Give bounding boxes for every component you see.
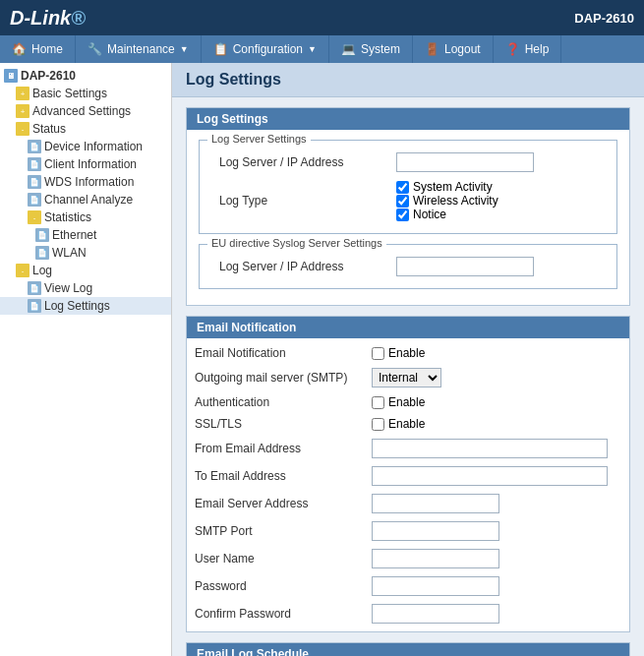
sidebar-item-device-information[interactable]: 📄 Device Information — [0, 138, 171, 155]
smtp-port-input[interactable] — [372, 521, 499, 541]
authentication-checkbox[interactable] — [372, 396, 384, 409]
page-icon: 📄 — [28, 281, 41, 295]
eu-server-ip-cell — [388, 253, 605, 280]
content-inner: Log Settings Log Server Settings Log Ser… — [172, 97, 644, 656]
confirm-password-input[interactable] — [372, 604, 499, 624]
email-fields-table: Email Notification Enable Outgoing mail … — [187, 342, 629, 627]
page-icon: 📄 — [28, 157, 41, 171]
device-model: DAP-2610 — [574, 11, 634, 26]
sidebar-item-label: Ethernet — [52, 228, 96, 242]
folder-icon: - — [16, 122, 29, 136]
page-icon: 📄 — [35, 246, 49, 260]
user-name-cell — [364, 545, 629, 572]
email-notification-option: Enable — [372, 346, 621, 360]
password-label: Password — [187, 572, 364, 600]
email-notification-checkbox[interactable] — [372, 347, 384, 360]
from-email-label: From Email Address — [187, 435, 364, 462]
authentication-label: Authentication — [187, 391, 364, 413]
confirm-password-label: Confirm Password — [187, 600, 364, 627]
smtp-row: Outgoing mail server (SMTP) Internal Ext… — [187, 364, 629, 391]
notice-checkbox[interactable] — [396, 209, 409, 221]
smtp-select[interactable]: Internal External — [372, 368, 441, 388]
notice-label: Notice — [413, 208, 446, 221]
sidebar-item-advanced-settings[interactable]: + Advanced Settings — [0, 102, 171, 120]
sidebar-item-log-settings[interactable]: 📄 Log Settings — [0, 297, 171, 315]
log-server-ip-input[interactable] — [396, 152, 534, 172]
page-title: Log Settings — [172, 63, 644, 97]
smtp-port-row: SMTP Port — [187, 517, 629, 545]
eu-server-table: Log Server / IP Address — [211, 253, 605, 280]
config-arrow: ▼ — [308, 44, 317, 54]
sidebar-item-label: Basic Settings — [32, 87, 107, 100]
folder-icon: - — [16, 264, 29, 277]
sidebar-item-channel-analyze[interactable]: 📄 Channel Analyze — [0, 191, 171, 209]
nav-maintenance[interactable]: 🔧 Maintenance ▼ — [76, 35, 202, 63]
ssltls-row: SSL/TLS Enable — [187, 413, 629, 435]
user-name-row: User Name — [187, 545, 629, 572]
ssltls-checkbox[interactable] — [372, 418, 384, 431]
from-email-cell — [364, 435, 629, 462]
user-name-input[interactable] — [372, 549, 499, 568]
email-server-input[interactable] — [372, 494, 499, 513]
sidebar: 🖥 DAP-2610 + Basic Settings + Advanced S… — [0, 63, 172, 656]
sidebar-item-label: Status — [32, 122, 66, 136]
nav-home[interactable]: 🏠 Home — [0, 35, 76, 63]
sidebar-item-label: Device Information — [44, 140, 143, 153]
sidebar-item-label: Log Settings — [44, 299, 110, 313]
sidebar-item-log[interactable]: - Log — [0, 262, 171, 279]
folder-icon: + — [16, 87, 29, 100]
smtp-cell: Internal External — [364, 364, 629, 391]
home-icon: 🏠 — [12, 42, 27, 56]
content-area: Log Settings Log Settings Log Server Set… — [172, 63, 644, 656]
sidebar-item-label: Client Information — [44, 157, 137, 171]
eu-directive-fieldset: EU directive Syslog Server Settings Log … — [199, 244, 617, 289]
nav-configuration-label: Configuration — [233, 42, 303, 56]
log-server-table: Log Server / IP Address Log Type — [211, 149, 605, 225]
sidebar-item-ethernet[interactable]: 📄 Ethernet — [0, 226, 171, 244]
eu-server-ip-input[interactable] — [396, 257, 534, 276]
wireless-activity-checkbox[interactable] — [396, 195, 409, 208]
log-type-row: Log Type System Activity Wireless Activi… — [211, 176, 605, 225]
page-icon: 📄 — [28, 193, 41, 207]
email-log-schedule-title: Email Log Schedule — [187, 643, 629, 656]
logo: D-Link® — [10, 7, 86, 30]
nav-configuration[interactable]: 📋 Configuration ▼ — [202, 35, 329, 63]
system-activity-label: System Activity — [413, 180, 493, 194]
from-email-input[interactable] — [372, 439, 608, 458]
nav-logout-label: Logout — [444, 42, 481, 56]
authentication-enable-label: Enable — [388, 395, 425, 409]
sidebar-item-client-information[interactable]: 📄 Client Information — [0, 155, 171, 173]
password-row: Password — [187, 572, 629, 600]
sidebar-item-wlan[interactable]: 📄 WLAN — [0, 244, 171, 262]
ssltls-cell: Enable — [364, 413, 629, 435]
folder-icon: - — [28, 210, 41, 224]
log-settings-section: Log Settings Log Server Settings Log Ser… — [186, 107, 630, 306]
email-log-schedule-section: Email Log Schedule Schedule 0 hours or w… — [186, 642, 630, 656]
smtp-label: Outgoing mail server (SMTP) — [187, 364, 364, 391]
sidebar-item-dap2610[interactable]: 🖥 DAP-2610 — [0, 67, 171, 85]
password-input[interactable] — [372, 576, 499, 596]
nav-system[interactable]: 💻 System — [329, 35, 413, 63]
sidebar-item-view-log[interactable]: 📄 View Log — [0, 279, 171, 297]
page-icon: 📄 — [28, 140, 41, 153]
sidebar-item-basic-settings[interactable]: + Basic Settings — [0, 85, 171, 102]
system-activity-checkbox[interactable] — [396, 181, 409, 194]
to-email-input[interactable] — [372, 466, 608, 486]
nav-help[interactable]: ❓ Help — [494, 35, 562, 63]
authentication-row: Authentication Enable — [187, 391, 629, 413]
navbar: 🏠 Home 🔧 Maintenance ▼ 📋 Configuration ▼… — [0, 35, 644, 63]
to-email-row: To Email Address — [187, 462, 629, 490]
authentication-cell: Enable — [364, 391, 629, 413]
sidebar-item-statistics[interactable]: - Statistics — [0, 209, 171, 226]
sidebar-item-wds-information[interactable]: 📄 WDS Information — [0, 173, 171, 191]
logo-mark: ® — [71, 7, 86, 29]
sidebar-item-label: Log — [32, 264, 52, 277]
ssltls-option: Enable — [372, 417, 621, 431]
to-email-label: To Email Address — [187, 462, 364, 490]
page-icon: 📄 — [28, 175, 41, 189]
nav-logout[interactable]: 🚪 Logout — [413, 35, 494, 63]
sidebar-item-status[interactable]: - Status — [0, 120, 171, 138]
email-notification-title: Email Notification — [187, 317, 629, 338]
authentication-option: Enable — [372, 395, 621, 409]
eu-server-ip-row: Log Server / IP Address — [211, 253, 605, 280]
